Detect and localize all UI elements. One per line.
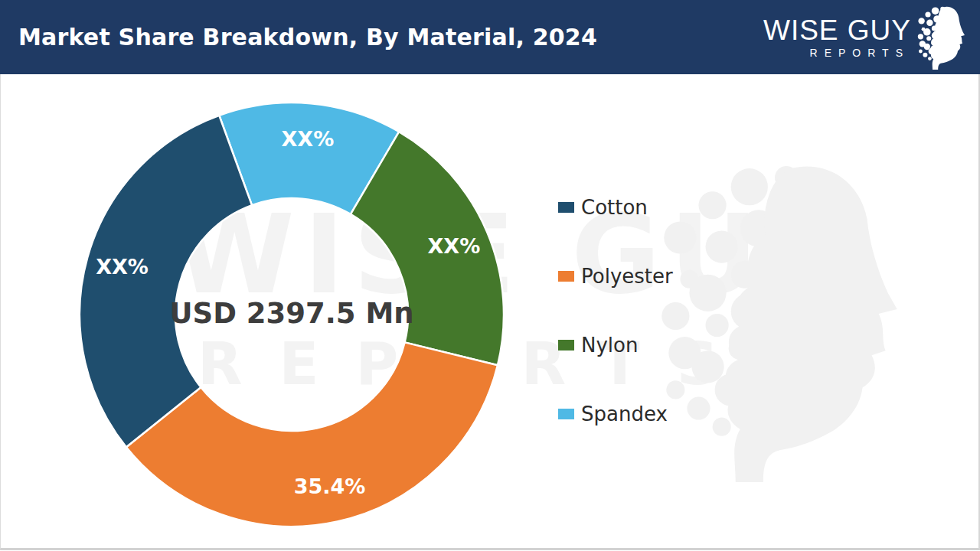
chart-legend: CottonPolyesterNylonSpandex: [558, 196, 673, 425]
legend-item-nylon: Nylon: [558, 334, 673, 357]
wise-guy-logo: WISE GUY REPORTS: [763, 5, 969, 70]
logo-text: WISE GUY REPORTS: [763, 16, 911, 59]
infographic-page: Market Share Breakdown, By Material, 202…: [0, 0, 980, 551]
donut-segment-cotton: [80, 116, 252, 448]
legend-item-spandex: Spandex: [558, 403, 673, 425]
legend-swatch-polyester: [558, 271, 574, 282]
legend-item-cotton: Cotton: [558, 196, 673, 219]
legend-label: Nylon: [581, 334, 638, 357]
logo-subtitle: REPORTS: [763, 47, 910, 59]
logo-face-icon: [914, 5, 969, 70]
segment-label-nylon: XX%: [428, 234, 481, 258]
legend-swatch-nylon: [558, 340, 574, 350]
segment-label-cotton: XX%: [96, 255, 149, 279]
header-bar: Market Share Breakdown, By Material, 202…: [0, 0, 980, 74]
donut-center-value: USD 2397.5 Mn: [169, 297, 413, 330]
legend-item-polyester: Polyester: [558, 265, 673, 288]
page-title: Market Share Breakdown, By Material, 202…: [18, 24, 597, 51]
watermark-face-icon: [643, 159, 920, 482]
logo-wordmark: WISE GUY: [763, 16, 911, 44]
segment-label-spandex: XX%: [282, 127, 335, 151]
legend-label: Spandex: [581, 403, 668, 425]
legend-label: Polyester: [581, 265, 673, 288]
legend-label: Cotton: [581, 196, 648, 219]
segment-label-polyester: 35.4%: [294, 474, 366, 498]
legend-swatch-spandex: [558, 409, 574, 419]
legend-swatch-cotton: [558, 202, 574, 213]
